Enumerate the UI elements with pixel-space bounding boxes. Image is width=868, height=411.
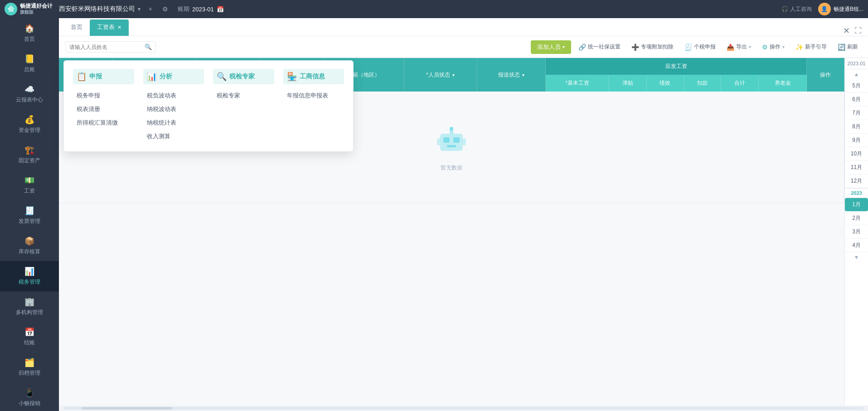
- cal-month-2022-11[interactable]: 11月: [845, 161, 868, 174]
- dropdown-section-shuijian: 🔍 税检专家 税检专家: [209, 65, 279, 147]
- personal-tax-action[interactable]: 🧾 个税申报: [681, 41, 719, 53]
- cal-month-2022-6[interactable]: 6月: [845, 93, 868, 106]
- th-operation-label: 操作: [820, 72, 831, 78]
- new-guide-label: 新手引导: [805, 43, 827, 51]
- logo-name: 畅捷通好会计: [20, 3, 53, 9]
- dropdown-item-tax-fluctuation[interactable]: 纳税波动表: [143, 102, 204, 116]
- empty-icon: [433, 122, 470, 159]
- dropdown-item-tax-burden[interactable]: 税负波动表: [143, 89, 204, 102]
- tab-close-icon[interactable]: ✕: [117, 24, 121, 30]
- dropdown-item-annual-report[interactable]: 年报信息申报表: [283, 89, 344, 102]
- sidebar-item-ledger[interactable]: 📒 总账: [0, 48, 59, 79]
- th-report-status: 报送状态 ▾: [477, 58, 545, 92]
- shuijian-icon: 🔍: [217, 72, 227, 82]
- calendar-up-nav[interactable]: ▲: [845, 69, 868, 79]
- company-chevron-icon: ▾: [138, 6, 141, 12]
- refresh-action[interactable]: 🔄 刷新: [834, 41, 862, 53]
- add-person-button[interactable]: 添加人员 ▾: [531, 40, 571, 54]
- top-bar: 会 畅捷通好会计 旗舰版 西安虾米网络科技有限公司 ▾ ＋ ⚙ 账期 2023-…: [0, 0, 868, 18]
- sidebar-item-multi-org[interactable]: 🏢 多机构管理: [0, 291, 59, 322]
- cal-month-2023-2[interactable]: 2月: [845, 212, 868, 225]
- cal-month-2022-9[interactable]: 9月: [845, 134, 868, 147]
- search-input[interactable]: [69, 44, 143, 50]
- cal-month-2022-12[interactable]: 12月: [845, 174, 868, 188]
- th-salary-group: 应发工资: [546, 58, 807, 75]
- fenxi-title: 分析: [160, 73, 172, 81]
- dropdown-section-gongshang: 🏪 工商信息 年报信息申报表: [279, 65, 349, 147]
- calendar-down-nav[interactable]: ▼: [845, 252, 868, 262]
- sidebar-item-label: 税务管理: [19, 278, 40, 286]
- sidebar-item-fixed-assets[interactable]: 🏗️ 固定资产: [0, 140, 59, 170]
- new-guide-action[interactable]: ✨ 新手引导: [792, 41, 830, 53]
- filter-icon[interactable]: ▾: [452, 73, 455, 77]
- cal-month-2022-8[interactable]: 8月: [845, 120, 868, 134]
- sidebar-item-fund[interactable]: 💰 资金管理: [0, 109, 59, 140]
- dropdown-item-income-tax-settle[interactable]: 所得税汇算清缴: [73, 116, 134, 130]
- window-close-icon[interactable]: ✕: [843, 26, 850, 36]
- main-layout: 🏠 首页 📒 总账 ☁️ 云报表中心 💰 资金管理 🏗️ 固定资产 💵 工: [0, 18, 868, 411]
- shuijian-header: 🔍 税检专家: [213, 69, 274, 84]
- cal-month-2023-1[interactable]: 1月: [845, 198, 868, 212]
- dropdown-item-income-estimate[interactable]: 收入测算: [143, 130, 204, 143]
- personal-tax-label: 个税申报: [694, 43, 716, 51]
- sidebar-item-salary[interactable]: 💵 工资: [0, 170, 59, 200]
- cal-month-2022-5[interactable]: 5月: [845, 79, 868, 93]
- sidebar-item-xiaochang[interactable]: 📱 小畅报销: [0, 382, 59, 411]
- sidebar-item-inventory[interactable]: 📦 库存核算: [0, 231, 59, 261]
- sidebar-item-label: 库存核算: [19, 248, 40, 256]
- th-allowance: 津贴: [609, 75, 646, 92]
- inventory-icon: 📦: [24, 236, 34, 246]
- sidebar-item-label: 结账: [24, 339, 35, 347]
- social-security-action[interactable]: 🔗 统一社保设置: [575, 41, 624, 53]
- sidebar-item-home[interactable]: 🏠 首页: [0, 18, 59, 48]
- cal-month-2023-3[interactable]: 3月: [845, 225, 868, 239]
- user-info[interactable]: 👤 畅捷通B组...: [818, 3, 863, 15]
- logo-sub: 旗舰版: [20, 9, 53, 15]
- export-chevron-icon: ▾: [749, 44, 751, 49]
- company-selector[interactable]: 西安虾米网络科技有限公司 ▾: [59, 5, 141, 13]
- period-label: 账期: [178, 5, 189, 13]
- dropdown-item-tax-declaration[interactable]: 税务申报: [73, 89, 134, 102]
- window-expand-icon[interactable]: ⛶: [854, 27, 862, 35]
- home-icon: 🏠: [24, 24, 34, 34]
- cal-month-2022-7[interactable]: 7月: [845, 106, 868, 120]
- dropdown-item-tax-table[interactable]: 税表清册: [73, 102, 134, 116]
- salary-icon: 💵: [24, 175, 34, 185]
- settings-icon[interactable]: ⚙: [160, 4, 170, 15]
- tab-home[interactable]: 首页: [63, 19, 90, 36]
- gongshang-header: 🏪 工商信息: [283, 69, 344, 84]
- sidebar-item-closing[interactable]: 📅 结账: [0, 322, 59, 352]
- th-base-salary: *基本工资: [546, 75, 609, 92]
- special-deduction-action[interactable]: ➕ 专项附加扣除: [628, 41, 677, 53]
- dropdown-item-tax-expert[interactable]: 税检专家: [213, 89, 274, 102]
- sidebar-item-label: 总账: [24, 66, 35, 73]
- cal-month-2023-4[interactable]: 4月: [845, 239, 868, 252]
- dropdown-item-tax-stats[interactable]: 纳税统计表: [143, 116, 204, 130]
- operation-action[interactable]: ⚙ 操作 ▾: [758, 41, 788, 53]
- top-bar-actions: ＋ ⚙: [145, 4, 170, 15]
- top-bar-right: 🎧 人工咨询 👤 畅捷通B组...: [781, 3, 863, 15]
- headset-icon: 🎧: [781, 6, 788, 12]
- invoice-icon: 🧾: [24, 206, 34, 216]
- sidebar-item-label: 归档管理: [19, 369, 40, 377]
- support-button[interactable]: 🎧 人工咨询: [781, 5, 812, 13]
- logo-icon: 会: [5, 3, 17, 15]
- period-value: 2023-01: [192, 6, 214, 13]
- report-filter-icon[interactable]: ▾: [522, 73, 524, 77]
- cal-month-2022-10[interactable]: 10月: [845, 147, 868, 161]
- export-label: 导出: [736, 43, 747, 51]
- export-action[interactable]: 📤 导出 ▾: [723, 41, 755, 53]
- sidebar-item-archive[interactable]: 🗂️ 归档管理: [0, 352, 59, 382]
- toolbar-right: 添加人员 ▾ 🔗 统一社保设置 ➕ 专项附加扣除 🧾 个税申报: [531, 40, 862, 54]
- add-company-button[interactable]: ＋: [145, 4, 156, 15]
- th-deduction: 扣款: [684, 75, 721, 92]
- social-security-icon: 🔗: [578, 44, 586, 51]
- svg-rect-0: [440, 134, 463, 151]
- sidebar-item-invoice[interactable]: 🧾 发票管理: [0, 200, 59, 231]
- tab-salary[interactable]: 工资表 ✕: [90, 19, 129, 36]
- scrollbar-track[interactable]: [63, 407, 863, 410]
- calendar-icon[interactable]: 📅: [217, 6, 224, 13]
- personal-tax-icon: 🧾: [684, 44, 692, 51]
- sidebar-item-tax[interactable]: 📊 税务管理: [0, 261, 59, 291]
- sidebar-item-cloud-report[interactable]: ☁️ 云报表中心: [0, 79, 59, 109]
